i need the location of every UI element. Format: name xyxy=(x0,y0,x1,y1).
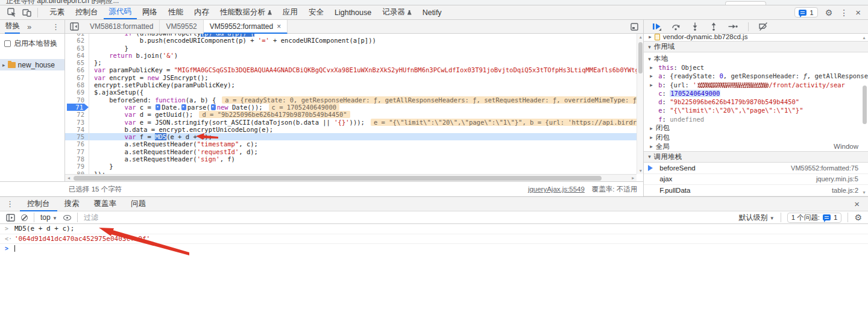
line-number[interactable]: 77 xyxy=(67,148,89,155)
line-number[interactable]: 75 xyxy=(67,133,89,140)
expand-icon[interactable]: ▸ xyxy=(650,72,653,80)
line-number[interactable]: 69 xyxy=(67,89,89,96)
line-number[interactable]: 68 xyxy=(67,81,89,89)
line-number[interactable]: 73 xyxy=(67,119,89,126)
code-line-72[interactable]: 72 var d = getUuid();d = "9b225096be626b… xyxy=(65,111,637,118)
code-line-66[interactable]: 66var paramPublicKey = "MIGfMA0GCSqGSIb3… xyxy=(65,66,637,73)
expand-icon[interactable]: ▸ xyxy=(650,63,653,72)
enable-overrides-checkbox[interactable] xyxy=(4,40,11,47)
line-number[interactable]: 67 xyxy=(67,74,89,81)
main-tab-元素[interactable]: 元素 xyxy=(44,5,70,19)
main-tab-源代码[interactable]: 源代码 xyxy=(104,5,137,19)
breakpoint-marker[interactable]: 71 xyxy=(67,104,89,111)
step-into-icon[interactable] xyxy=(691,22,699,31)
code-line-63[interactable]: 63 } xyxy=(65,45,637,52)
navigator-menu-icon[interactable]: ⋮ xyxy=(52,22,60,31)
scope-var-e[interactable]: e: "{\"limit\":\"20\",\"page\":\"1\"}" xyxy=(644,106,868,114)
more-menu-icon[interactable]: ⋮ xyxy=(840,8,848,17)
context-selector[interactable]: top ▼ xyxy=(40,213,57,222)
drawer-tab-覆盖率[interactable]: 覆盖率 xyxy=(87,197,124,211)
code-line-76[interactable]: 76 a.setRequestHeader("timestamp", c); xyxy=(65,140,637,148)
hide-navigator-icon[interactable] xyxy=(70,22,79,31)
main-tab-性能数据分析[interactable]: 性能数据分析 xyxy=(215,5,277,19)
code-line-74[interactable]: 74 b.data = encrypt.encryptUnicodeLong(e… xyxy=(65,126,637,133)
code-line-67[interactable]: 67var encrypt = new JSEncrypt(); xyxy=(65,74,637,81)
scope-section-header[interactable]: ▾ 作用域 xyxy=(644,41,868,52)
scope-var-d[interactable]: d: "9b225096be626b4179b9870b549b4450" xyxy=(644,98,868,106)
expand-icon[interactable]: ▸ xyxy=(650,81,653,89)
console-issues-badge[interactable]: 1 个问题: 1 xyxy=(787,213,842,223)
console-sidebar-icon[interactable] xyxy=(6,214,15,222)
drawer-tab-控制台[interactable]: 控制台 xyxy=(20,197,57,211)
scope-group-闭包[interactable]: ▸闭包 xyxy=(644,133,868,142)
step-icon[interactable] xyxy=(728,22,738,31)
main-tab-性能[interactable]: 性能 xyxy=(163,5,189,19)
code-line-71[interactable]: 71 var c = Date.parse(new Date());c = 17… xyxy=(65,104,637,111)
code-editor[interactable]: 61 if (a.hasOwnProperty(p) && a[p]) {62 … xyxy=(65,34,643,181)
callstack-frame-beforeSend[interactable]: beforeSendVM59552:formatted:75 xyxy=(644,163,868,174)
inline-breakpoint-chip[interactable] xyxy=(181,104,186,110)
close-devtools-icon[interactable]: × xyxy=(855,7,861,17)
log-level-selector[interactable]: 默认级别 ▼ xyxy=(738,213,774,223)
close-tab-icon[interactable]: × xyxy=(277,22,281,31)
code-line-77[interactable]: 77 a.setRequestHeader('requestId', d); xyxy=(65,148,637,155)
step-out-icon[interactable] xyxy=(709,22,718,31)
navigator-more-tabs-icon[interactable]: » xyxy=(27,22,31,31)
close-drawer-icon[interactable]: × xyxy=(854,197,868,211)
folder-row-new-house[interactable]: ▸ new_house xyxy=(0,59,64,70)
code-line-73[interactable]: 73 var e = JSON.stringify(sort_ASCII(dat… xyxy=(65,119,637,126)
file-tab-VM59552[interactable]: VM59552 xyxy=(160,20,203,33)
settings-gear-icon[interactable]: ⚙ xyxy=(825,8,833,17)
line-number[interactable]: 79 xyxy=(67,163,89,170)
main-tab-内存[interactable]: 内存 xyxy=(189,5,215,19)
drawer-tab-问题[interactable]: 问题 xyxy=(124,197,153,211)
main-tab-控制台[interactable]: 控制台 xyxy=(70,5,104,19)
live-expression-eye-icon[interactable] xyxy=(63,215,71,220)
scope-var-f[interactable]: f: undefined xyxy=(644,115,868,123)
breakpoint-file-entry[interactable]: ▸ vendor-dynamic.bb728cd.js xyxy=(644,34,868,41)
scope-local-group[interactable]: ▾ 本地 xyxy=(644,54,868,63)
code-line-70[interactable]: 70 beforeSend: function(a, b) {a = {read… xyxy=(65,96,637,104)
inspect-element-icon[interactable] xyxy=(7,8,16,17)
step-over-icon[interactable] xyxy=(671,22,681,31)
scope-group-闭包[interactable]: ▸闭包 xyxy=(644,123,868,133)
resume-script-icon[interactable] xyxy=(652,22,661,31)
main-tab-记录器[interactable]: 记录器 xyxy=(377,5,417,19)
code-line-69[interactable]: 69$.ajaxSetup({ xyxy=(65,89,637,96)
line-number[interactable]: 64 xyxy=(67,52,89,59)
code-line-65[interactable]: 65}; xyxy=(65,59,637,66)
console-settings-gear-icon[interactable]: ⚙ xyxy=(854,213,862,222)
scope-group-全局[interactable]: ▸全局Window xyxy=(644,142,868,151)
device-toolbar-icon[interactable] xyxy=(22,8,31,17)
line-number[interactable]: 76 xyxy=(67,140,89,148)
code-line-79[interactable]: 79 } xyxy=(65,163,637,170)
line-number[interactable]: 72 xyxy=(67,111,89,118)
navigator-tab-overrides[interactable]: 替换 xyxy=(5,20,20,34)
code-line-75[interactable]: 75 var f = MD5(e + d + c); xyxy=(65,133,637,140)
deactivate-breakpoints-icon[interactable] xyxy=(759,22,768,31)
source-location-link[interactable]: jqueryAjax.js:5549 xyxy=(528,186,585,193)
scope-var-b[interactable]: ▸b: {url: '/front/activity/sear xyxy=(644,81,868,89)
main-tab-网络[interactable]: 网络 xyxy=(137,5,163,19)
main-tab-Netify[interactable]: Netify xyxy=(417,5,447,19)
issues-badge[interactable]: 1 xyxy=(794,7,817,17)
code-line-64[interactable]: 64 return b.join('&') xyxy=(65,52,637,59)
code-line-78[interactable]: 78 a.setRequestHeader('sign', f) xyxy=(65,155,637,163)
line-number[interactable]: 70 xyxy=(67,96,89,104)
main-tab-应用[interactable]: 应用 xyxy=(277,5,303,19)
editor-options-icon[interactable] xyxy=(631,23,638,31)
file-tab-VM59552:formatted[interactable]: VM59552:formatted× xyxy=(204,20,288,34)
file-tab-VM58618:formatted[interactable]: VM58618:formatted xyxy=(84,20,160,33)
inline-breakpoint-chip[interactable] xyxy=(156,104,160,110)
editor-vertical-scrollbar[interactable]: ▴ ▾ xyxy=(637,34,643,174)
code-line-62[interactable]: 62 b.push(encodeURIComponent(p) + '=' + … xyxy=(65,37,637,44)
scope-var-c[interactable]: c: 1705240649000 xyxy=(644,89,868,98)
callstack-frame-F.pullData[interactable]: F.pullDatatable.js:2 xyxy=(644,185,868,196)
editor-horizontal-scrollbar[interactable]: ◂ ▸ xyxy=(65,174,637,181)
code-line-68[interactable]: 68encrypt.setPublicKey(paramPublicKey); xyxy=(65,81,637,89)
main-tab-安全[interactable]: 安全 xyxy=(303,5,329,19)
console-input[interactable]: > xyxy=(0,244,868,254)
sidebar-scrollbar[interactable]: ▴ ▾ xyxy=(861,34,868,196)
clear-console-icon[interactable] xyxy=(21,214,28,221)
line-number[interactable]: 63 xyxy=(67,45,89,52)
